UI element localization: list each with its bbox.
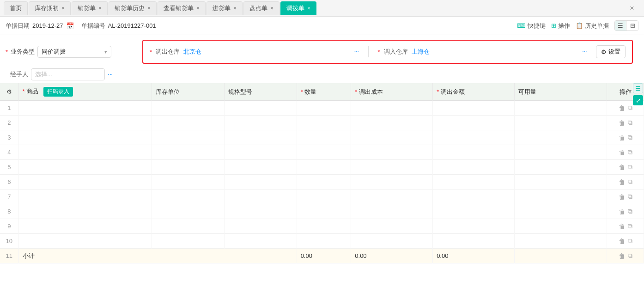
- warehouse-settings-button[interactable]: ⚙ 设置: [596, 45, 626, 58]
- spec-cell[interactable]: [224, 234, 297, 249]
- transfer-in-value[interactable]: 上海仓: [412, 48, 578, 56]
- tab-transfer[interactable]: 调拨单 ×: [280, 1, 316, 15]
- product-cell[interactable]: [18, 160, 152, 175]
- spec-cell[interactable]: [224, 130, 297, 145]
- row-copy-icon[interactable]: ⧉: [628, 252, 632, 260]
- transfer-in-more[interactable]: ···: [582, 48, 587, 56]
- tab-stock-init[interactable]: 库存期初 ×: [29, 1, 71, 15]
- cost-cell[interactable]: [351, 160, 433, 175]
- spec-cell[interactable]: [224, 219, 297, 234]
- tab-view-sales-close[interactable]: ×: [196, 5, 200, 12]
- row-copy-icon[interactable]: ⧉: [628, 148, 632, 156]
- row-delete-icon[interactable]: 🗑: [619, 223, 625, 230]
- view-toggle-grid[interactable]: ⊟: [627, 21, 638, 31]
- col-gear[interactable]: ⚙: [0, 83, 18, 101]
- transfer-out-value[interactable]: 北京仓: [183, 48, 350, 56]
- row-copy-icon[interactable]: ⧉: [628, 222, 632, 230]
- spec-cell[interactable]: [224, 204, 297, 219]
- qty-cell[interactable]: [297, 116, 351, 130]
- tab-inventory[interactable]: 盘点单 ×: [243, 1, 279, 15]
- unit-cell[interactable]: [152, 204, 224, 219]
- spec-cell[interactable]: [224, 116, 297, 130]
- cost-cell[interactable]: [351, 219, 433, 234]
- tab-stock-init-close[interactable]: ×: [61, 5, 65, 12]
- cost-cell[interactable]: [351, 130, 433, 145]
- view-toggle-list[interactable]: ☰: [615, 21, 626, 31]
- product-cell[interactable]: [18, 101, 152, 116]
- cost-cell[interactable]: [351, 101, 433, 116]
- unit-cell[interactable]: [152, 175, 224, 189]
- product-cell[interactable]: [18, 175, 152, 189]
- row-delete-icon[interactable]: 🗑: [619, 193, 625, 201]
- unit-cell[interactable]: [152, 130, 224, 145]
- scan-button[interactable]: 扫码录入: [43, 87, 73, 97]
- amount-cell[interactable]: [433, 130, 515, 145]
- row-delete-icon[interactable]: 🗑: [619, 104, 625, 112]
- product-cell[interactable]: [18, 130, 152, 145]
- amount-cell[interactable]: [433, 219, 515, 234]
- product-cell[interactable]: [18, 234, 152, 249]
- tab-sales-history-close[interactable]: ×: [147, 5, 151, 12]
- row-copy-icon[interactable]: ⧉: [628, 193, 632, 201]
- unit-cell[interactable]: [152, 219, 224, 234]
- tab-purchase[interactable]: 进货单 ×: [207, 1, 243, 15]
- history-button[interactable]: 📋 历史单据: [576, 22, 609, 30]
- right-list-icon[interactable]: ☰: [633, 83, 643, 93]
- row-copy-icon[interactable]: ⧉: [628, 208, 632, 215]
- qty-cell[interactable]: [297, 130, 351, 145]
- unit-cell[interactable]: [152, 189, 224, 204]
- row-copy-icon[interactable]: ⧉: [628, 104, 632, 112]
- unit-cell[interactable]: [152, 101, 224, 116]
- tab-inventory-close[interactable]: ×: [270, 5, 273, 12]
- right-expand-icon[interactable]: ⤢: [633, 95, 643, 105]
- qty-cell[interactable]: [297, 204, 351, 219]
- handler-select[interactable]: 选择...: [31, 68, 105, 80]
- amount-cell[interactable]: [433, 101, 515, 116]
- operation-button[interactable]: ⊞ 操作: [551, 22, 570, 30]
- row-delete-icon[interactable]: 🗑: [619, 238, 625, 245]
- product-cell[interactable]: [18, 116, 152, 130]
- amount-cell[interactable]: [433, 160, 515, 175]
- unit-cell[interactable]: [152, 116, 224, 130]
- qty-cell[interactable]: [297, 145, 351, 160]
- cost-cell[interactable]: [351, 145, 433, 160]
- spec-cell[interactable]: [224, 160, 297, 175]
- cost-cell[interactable]: [351, 234, 433, 249]
- spec-cell[interactable]: [224, 101, 297, 116]
- amount-cell[interactable]: [433, 116, 515, 130]
- qty-cell[interactable]: [297, 101, 351, 116]
- calendar-icon[interactable]: 📅: [66, 22, 74, 30]
- tab-sales-order-close[interactable]: ×: [98, 5, 102, 12]
- amount-cell[interactable]: [433, 204, 515, 219]
- row-copy-icon[interactable]: ⧉: [628, 237, 632, 245]
- qty-cell[interactable]: [297, 219, 351, 234]
- transfer-out-more[interactable]: ···: [354, 48, 358, 56]
- tab-purchase-close[interactable]: ×: [233, 5, 237, 12]
- unit-cell[interactable]: [152, 234, 224, 249]
- unit-cell[interactable]: [152, 145, 224, 160]
- row-copy-icon[interactable]: ⧉: [628, 119, 632, 127]
- window-close-button[interactable]: ×: [624, 0, 640, 17]
- product-cell[interactable]: [18, 219, 152, 234]
- row-delete-icon[interactable]: 🗑: [619, 178, 625, 186]
- cost-cell[interactable]: [351, 189, 433, 204]
- handler-more[interactable]: ···: [108, 70, 112, 79]
- row-delete-icon[interactable]: 🗑: [619, 134, 625, 141]
- amount-cell[interactable]: [433, 145, 515, 160]
- business-type-select[interactable]: 同价调拨 ▾: [37, 46, 111, 58]
- qty-cell[interactable]: [297, 189, 351, 204]
- qty-cell[interactable]: [297, 160, 351, 175]
- row-delete-icon[interactable]: 🗑: [619, 164, 625, 171]
- amount-cell[interactable]: [433, 175, 515, 189]
- row-delete-icon[interactable]: 🗑: [619, 252, 625, 260]
- amount-cell[interactable]: [433, 234, 515, 249]
- tab-transfer-close[interactable]: ×: [307, 5, 310, 12]
- product-cell[interactable]: [18, 204, 152, 219]
- qty-cell[interactable]: [297, 234, 351, 249]
- row-copy-icon[interactable]: ⧉: [628, 163, 632, 171]
- shortcut-button[interactable]: ⌨ 快捷键: [517, 22, 546, 30]
- spec-cell[interactable]: [224, 145, 297, 160]
- row-delete-icon[interactable]: 🗑: [619, 119, 625, 127]
- tab-sales-order[interactable]: 销货单 ×: [72, 1, 108, 15]
- tab-sales-history[interactable]: 销货单历史 ×: [109, 1, 157, 15]
